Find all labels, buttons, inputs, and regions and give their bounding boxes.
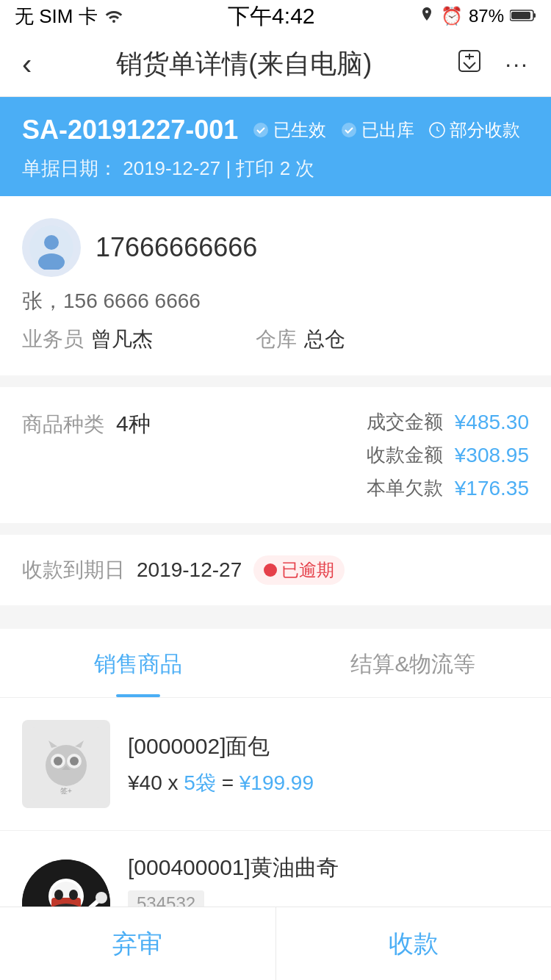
nav-bar: ‹ 销货单详情(来自电脑) ···: [0, 32, 551, 97]
svg-point-28: [96, 892, 107, 904]
summary-section: 商品种类 4种 成交金额 ¥485.30 收款金额 ¥308.95 本单欠款 ¥…: [0, 387, 551, 523]
svg-point-24: [54, 890, 63, 900]
separator: [0, 605, 551, 617]
tabs: 销售商品 结算&物流等: [0, 629, 551, 698]
status-shipped: 已出库: [341, 118, 414, 142]
tab-settlement[interactable]: 结算&物流等: [276, 629, 551, 697]
customer-meta: 业务员 曾凡杰 仓库 总仓: [22, 325, 529, 353]
order-banner: SA-20191227-001 已生效 已出库 部分收款 单据日期： 2019-…: [0, 97, 551, 196]
customer-sub: 张，156 6666 6666: [22, 287, 529, 315]
svg-point-4: [253, 123, 268, 137]
status-right: ⏰ 87%: [419, 6, 536, 26]
more-icon[interactable]: ···: [505, 51, 529, 78]
order-id: SA-20191227-001: [22, 115, 238, 145]
customer-section: 17666666666 张，156 6666 6666 业务员 曾凡杰 仓库 总…: [0, 196, 551, 375]
bottom-bar: 弃审 收款: [0, 907, 551, 980]
due-section: 收款到期日 2019-12-27 已逾期: [0, 535, 551, 605]
battery-level: 87%: [469, 6, 504, 26]
status-left: 无 SIM 卡: [15, 4, 124, 29]
svg-point-5: [342, 123, 356, 137]
sim-status: 无 SIM 卡: [15, 4, 98, 29]
page-title: 销货单详情(来自电脑): [116, 46, 372, 82]
avatar: [22, 218, 81, 277]
product-thumbnail-1: 签+: [22, 720, 110, 808]
order-date-line: 单据日期： 2019-12-27 | 打印 2 次: [22, 156, 529, 181]
collect-button[interactable]: 收款: [276, 907, 552, 980]
svg-point-15: [70, 757, 79, 765]
product-name-1: [0000002]面包: [128, 732, 529, 762]
wifi-icon: [104, 5, 124, 28]
svg-point-14: [54, 757, 62, 765]
product-info-1: [0000002]面包 ¥40 x 5袋 = ¥199.99: [128, 732, 529, 797]
product-item: 签+ [0000002]面包 ¥40 x 5袋 = ¥199.99: [0, 698, 551, 831]
alarm-icon: ⏰: [441, 6, 463, 26]
status-bar: 无 SIM 卡 下午4:42 ⏰ 87%: [0, 0, 551, 32]
svg-point-8: [44, 235, 59, 250]
status-time: 下午4:42: [228, 1, 314, 32]
overdue-badge: 已逾期: [253, 555, 345, 585]
status-active: 已生效: [253, 118, 326, 142]
product-price-1: ¥40 x 5袋 = ¥199.99: [128, 769, 529, 797]
location-icon: [419, 6, 435, 26]
share-icon[interactable]: [456, 48, 483, 81]
customer-name: 17666666666: [96, 232, 257, 263]
status-partial: 部分收款: [429, 118, 520, 142]
svg-text:签+: 签+: [60, 787, 72, 795]
tab-sales-products[interactable]: 销售商品: [0, 629, 276, 697]
svg-point-25: [69, 890, 78, 900]
back-button[interactable]: ‹: [22, 48, 32, 81]
nav-actions: ···: [456, 48, 529, 81]
battery-icon: [510, 6, 536, 26]
product-types: 商品种类 4种: [22, 409, 151, 439]
svg-rect-1: [533, 13, 536, 18]
svg-rect-2: [511, 12, 530, 19]
overdue-dot-icon: [264, 563, 277, 577]
financial-summary: 成交金额 ¥485.30 收款金额 ¥308.95 本单欠款 ¥176.35: [367, 409, 529, 501]
reject-button[interactable]: 弃审: [0, 907, 276, 980]
product-name-2: [000400001]黄油曲奇: [128, 853, 529, 883]
